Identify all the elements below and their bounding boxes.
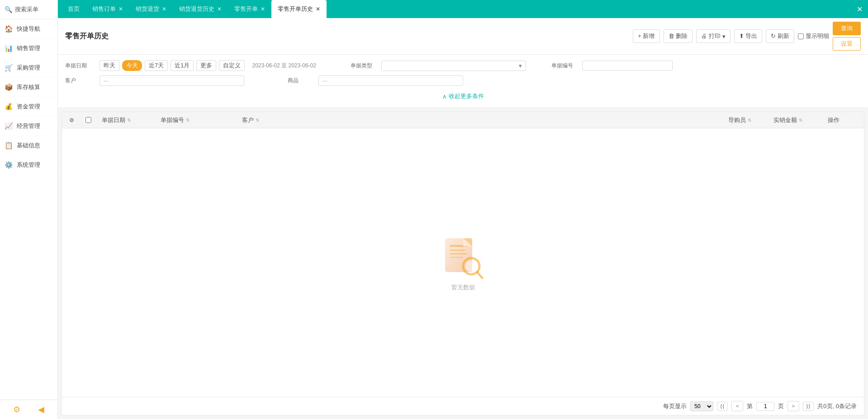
trend-icon: 📈 — [5, 122, 13, 130]
sidebar-item-label: 采购管理 — [17, 64, 40, 72]
query-button[interactable]: 查询 — [833, 22, 861, 35]
tab-retail-open-close[interactable]: ✕ — [261, 6, 265, 12]
tab-sales-order[interactable]: 销售订单 ✕ — [86, 0, 129, 18]
close-all-tabs[interactable]: ✕ — [857, 5, 863, 14]
search-icon: 🔍 — [5, 6, 12, 13]
sidebar-item-quick-nav[interactable]: 🏠 快捷导航 — [0, 19, 57, 39]
ordernum-sort-icon: ⇅ — [186, 118, 190, 122]
tab-sales-return[interactable]: 销货退货 ✕ — [129, 0, 173, 18]
display-detail-checkbox[interactable]: 显示明细 — [798, 32, 829, 40]
goods-filter-label: 商品 — [288, 77, 315, 85]
top-nav: 首页 销售订单 ✕ 销货退货 ✕ 销货退货历史 ✕ 零售开单 ✕ 零售开单历史 … — [58, 0, 868, 18]
total-info: 共0页, 0条记录 — [817, 402, 857, 410]
export-button[interactable]: ⬆ 导出 — [734, 29, 763, 43]
date-btn-1month[interactable]: 近1月 — [171, 60, 194, 71]
th-date[interactable]: 单据日期 ⇅ — [98, 116, 157, 124]
tab-sales-return-history[interactable]: 销货退货历史 ✕ — [173, 0, 228, 18]
tab-sales-return-close[interactable]: ✕ — [162, 6, 166, 12]
filter-row-1: 单据日期 昨天 今天 近7天 近1月 更多 — [65, 60, 861, 71]
display-detail-label: 显示明细 — [806, 32, 829, 40]
add-button[interactable]: + 新增 — [633, 29, 659, 43]
sidebar-item-basic-info[interactable]: 📋 基础信息 — [0, 136, 57, 155]
page-content: 零售开单历史 + 新增 🗑 删除 🖨 打印 ▾ ⬆ 导出 ↻ 刷新 — [58, 18, 868, 419]
last-page-btn[interactable]: ⟩⟩ — [803, 402, 814, 411]
list-icon: 📋 — [5, 141, 13, 150]
sidebar-item-label: 销售管理 — [17, 44, 40, 52]
table-settings-icon[interactable]: ⚙ — [66, 117, 82, 123]
th-customer[interactable]: 客户 ⇅ — [238, 116, 725, 124]
pagination: 每页显示 50 20 100 ⟨⟨ ＜ 第 页 ＞ ⟩⟩ 共0页, 0条记录 — [62, 397, 864, 415]
page-unit: 页 — [778, 402, 784, 410]
tab-home-label: 首页 — [68, 5, 80, 13]
tab-retail-history-close[interactable]: ✕ — [316, 6, 320, 12]
order-num-input[interactable] — [582, 61, 673, 71]
table-checkbox-all[interactable] — [82, 117, 98, 123]
date-btn-more[interactable]: 更多 — [196, 60, 216, 71]
sidebar-item-label: 快捷导航 — [17, 25, 40, 33]
sidebar-item-label: 系统管理 — [17, 161, 40, 169]
date-filter-label: 单据日期 — [65, 62, 92, 70]
svg-rect-2 — [450, 250, 465, 251]
sidebar-item-finance[interactable]: 💰 资金管理 — [0, 97, 57, 117]
svg-rect-4 — [450, 257, 463, 258]
date-btn-custom[interactable]: 自定义 — [219, 60, 245, 71]
sidebar-item-inventory[interactable]: 📦 库存核算 — [0, 78, 57, 97]
footer-settings-icon[interactable]: ⚙ — [13, 405, 20, 414]
prev-page-btn[interactable]: ＜ — [731, 401, 743, 411]
first-page-btn[interactable]: ⟨⟨ — [717, 402, 728, 411]
tab-sales-order-close[interactable]: ✕ — [119, 6, 123, 12]
home-icon: 🏠 — [5, 25, 13, 33]
print-dropdown-icon[interactable]: ▾ — [722, 33, 726, 40]
svg-point-8 — [465, 260, 477, 272]
customer-select[interactable]: ··· — [100, 75, 244, 86]
th-guide[interactable]: 导购员 ⇅ — [725, 116, 770, 124]
tab-home[interactable]: 首页 — [62, 0, 86, 18]
print-button[interactable]: 🖨 打印 ▾ — [696, 29, 730, 43]
goods-value: ··· — [323, 77, 327, 84]
customer-value: ··· — [104, 77, 109, 84]
th-amount[interactable]: 实销金额 ⇅ — [770, 116, 824, 124]
select-all-checkbox[interactable] — [85, 117, 91, 123]
tab-retail-history-label: 零售开单历史 — [278, 5, 313, 13]
settings-button[interactable]: 设置 — [833, 37, 861, 51]
order-type-label: 单据类型 — [351, 62, 378, 70]
per-page-label: 每页显示 — [663, 402, 687, 410]
gear-icon: ⚙️ — [5, 161, 13, 169]
goods-select[interactable]: ··· — [318, 75, 463, 86]
date-btn-yesterday[interactable]: 昨天 — [100, 60, 119, 71]
sidebar-item-system[interactable]: ⚙️ 系统管理 — [0, 155, 57, 175]
sidebar-search[interactable]: 🔍 搜索采单 — [0, 0, 57, 19]
per-page-select[interactable]: 50 20 100 — [690, 401, 713, 411]
page-toolbar: 零售开单历史 + 新增 🗑 删除 🖨 打印 ▾ ⬆ 导出 ↻ 刷新 — [58, 18, 868, 55]
filter-collapse-more[interactable]: ∧ 收起更多条件 — [65, 90, 861, 102]
delete-button[interactable]: 🗑 删除 — [664, 29, 693, 43]
footer-collapse-icon[interactable]: ◀ — [38, 405, 44, 414]
sidebar-item-sales-mgmt[interactable]: 📊 销售管理 — [0, 39, 57, 58]
filter-date-buttons: 昨天 今天 近7天 近1月 更多 自定义 — [100, 60, 245, 71]
tab-sales-return-history-close[interactable]: ✕ — [217, 6, 222, 12]
main-content: 首页 销售订单 ✕ 销货退货 ✕ 销货退货历史 ✕ 零售开单 ✕ 零售开单历史 … — [58, 0, 868, 419]
next-page-btn[interactable]: ＞ — [787, 401, 799, 411]
sidebar-item-purchase-mgmt[interactable]: 🛒 采购管理 — [0, 58, 57, 78]
date-btn-today[interactable]: 今天 — [122, 60, 142, 71]
sidebar-item-label: 资金管理 — [17, 103, 40, 111]
sidebar-item-label: 基础信息 — [17, 141, 40, 150]
date-btn-7days[interactable]: 近7天 — [145, 60, 168, 71]
date-sort-icon: ⇅ — [127, 118, 131, 122]
sidebar-item-label: 经营管理 — [17, 122, 40, 130]
filter-date-range: 2023-06-02 至 2023-06-02 — [252, 62, 316, 70]
query-button-label: 查询 — [841, 25, 853, 32]
order-type-select[interactable]: ▾ — [381, 61, 526, 71]
page-title: 零售开单历史 — [65, 32, 109, 41]
delete-button-label: 🗑 删除 — [669, 32, 688, 40]
sidebar-item-operations[interactable]: 📈 经营管理 — [0, 117, 57, 136]
refresh-button[interactable]: ↻ 刷新 — [766, 29, 794, 43]
page-number-input[interactable] — [756, 402, 774, 411]
tab-retail-history[interactable]: 零售开单历史 ✕ — [271, 0, 327, 18]
svg-line-9 — [477, 272, 482, 278]
th-order-num[interactable]: 单据编号 ⇅ — [157, 116, 238, 124]
svg-rect-3 — [450, 253, 467, 254]
display-detail-input[interactable] — [798, 33, 804, 39]
tab-retail-open[interactable]: 零售开单 ✕ — [228, 0, 271, 18]
empty-state: 暂无数据 — [62, 128, 864, 397]
